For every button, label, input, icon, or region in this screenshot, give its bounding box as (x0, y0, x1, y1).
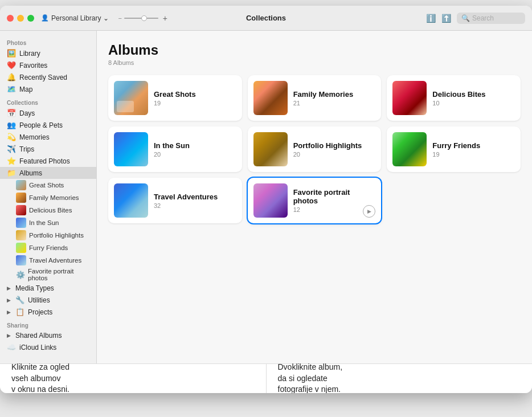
traffic-lights (7, 15, 34, 22)
sidebar-item-label: Favorite portrait photos (28, 268, 89, 281)
projects-icon: 📋 (15, 308, 24, 316)
sidebar-item-label: Projects (28, 308, 52, 316)
album-thumbnail-great-shots (114, 81, 148, 115)
sidebar-item-in-the-sun[interactable]: In the Sun (0, 216, 96, 229)
album-info: Family Memories 21 (293, 90, 376, 107)
sidebar-item-trips[interactable]: ✈️ Trips (0, 143, 96, 155)
sidebar-item-icloud-links[interactable]: ☁️ iCloud Links (0, 341, 96, 353)
sidebar-item-family-memories[interactable]: Family Memories (0, 191, 96, 204)
thumb-overlay (253, 132, 288, 166)
album-name: Family Memories (293, 90, 376, 99)
sidebar-item-label: Travel Adventures (29, 257, 81, 264)
sidebar-item-furry-friends[interactable]: Furry Friends (0, 242, 96, 254)
icloud-icon: ☁️ (7, 343, 16, 351)
plus-icon: + (163, 14, 167, 23)
album-count-badge: 20 (293, 151, 376, 158)
share-icon[interactable]: ⬆️ (441, 14, 451, 23)
person-icon: 👤 (41, 14, 49, 22)
sidebar-item-label: Family Memories (29, 194, 79, 201)
sidebar-item-label: Map (19, 85, 32, 93)
sidebar-item-label: Memories (19, 133, 50, 141)
sidebar-item-featured-photos[interactable]: ⭐ Featured Photos (0, 155, 96, 167)
sidebar-item-recently-saved[interactable]: 🔔 Recently Saved (0, 71, 96, 83)
trips-icon: ✈️ (7, 145, 16, 153)
search-box[interactable]: 🔍 (457, 13, 525, 24)
sidebar-item-label: Recently Saved (19, 73, 67, 81)
sidebar-item-label: iCloud Links (19, 344, 56, 351)
album-card-portfolio-highlights[interactable]: Portfolio Highlights 20 (248, 126, 382, 172)
album-info: In the Sun 20 (154, 141, 236, 158)
album-name: Great Shots (154, 90, 236, 99)
sidebar-item-projects[interactable]: ▶ 📋 Projects (0, 306, 96, 318)
sidebar-item-label: Albums (19, 169, 42, 177)
thumb-overlay (253, 81, 288, 115)
zoom-slider[interactable]: − + (118, 14, 167, 23)
album-card-travel-adventures[interactable]: Travel Adventures 32 (108, 178, 242, 223)
album-thumbnail-portrait (253, 183, 288, 218)
sidebar: Photos 🖼️ Library ❤️ Favorites 🔔 Recentl… (0, 31, 97, 363)
sidebar-item-favorites[interactable]: ❤️ Favorites (0, 59, 96, 71)
maximize-button[interactable] (27, 15, 34, 22)
album-name: Furry Friends (432, 141, 515, 150)
sidebar-item-label: Great Shots (29, 182, 64, 189)
sidebar-item-travel-adventures[interactable]: Travel Adventures (0, 254, 96, 267)
album-card-furry-friends[interactable]: Furry Friends 19 (387, 126, 521, 172)
sub-thumb-delicious (16, 205, 26, 215)
days-icon: 📅 (7, 109, 16, 117)
play-icon[interactable]: ▶ (363, 205, 375, 218)
album-name: Delicious Bites (432, 90, 515, 99)
sidebar-item-library[interactable]: 🖼️ Library (0, 47, 96, 59)
album-card-great-shots[interactable]: Great Shots 19 (108, 75, 242, 121)
close-button[interactable] (7, 15, 14, 22)
library-selector[interactable]: 👤 Personal Library ⌄ (41, 14, 109, 22)
library-label: Personal Library (51, 14, 101, 22)
chevron-icon: ⌄ (103, 14, 109, 22)
favorites-icon: ❤️ (7, 61, 16, 70)
sidebar-item-great-shots[interactable]: Great Shots (0, 179, 96, 191)
expand-arrow-icon: ▶ (7, 333, 11, 338)
people-pets-icon: 👥 (7, 121, 16, 129)
sidebar-item-media-types[interactable]: ▶ Media Types (0, 283, 96, 294)
page-title: Albums (108, 42, 521, 58)
album-card-family-memories[interactable]: Family Memories 21 (248, 75, 382, 121)
slider-track (124, 18, 158, 19)
album-count-badge: 32 (154, 202, 236, 209)
minimize-button[interactable] (17, 15, 24, 22)
library-icon: 🖼️ (7, 49, 16, 58)
sidebar-item-label: Trips (19, 145, 34, 153)
app-window: 👤 Personal Library ⌄ − + Collections ℹ️ … (0, 6, 532, 393)
album-card-in-the-sun[interactable]: In the Sun 20 (108, 126, 242, 172)
album-thumbnail-sun (114, 132, 148, 166)
album-card-delicious-bites[interactable]: Delicious Bites 10 (387, 75, 521, 121)
sidebar-item-label: Featured Photos (19, 157, 70, 165)
album-count: 8 Albums (108, 59, 521, 66)
annotation-area: Kliknite za ogledvseh albumovv oknu na d… (0, 363, 532, 393)
search-input[interactable] (472, 14, 518, 22)
sub-thumb-family (16, 193, 26, 203)
album-count-badge: 10 (432, 100, 515, 107)
sidebar-item-days[interactable]: 📅 Days (0, 107, 96, 119)
sidebar-item-favorite-portrait[interactable]: ⚙️ Favorite portrait photos (0, 267, 96, 283)
album-info: Great Shots 19 (154, 90, 236, 107)
thumb-overlay (253, 183, 288, 218)
sidebar-item-utilities[interactable]: ▶ 🔧 Utilities (0, 294, 96, 306)
main-content: Albums 8 Albums Great Shots 19 (97, 31, 532, 363)
sidebar-item-label: Library (19, 50, 40, 58)
sidebar-item-label: Portfolio Highlights (29, 232, 84, 239)
map-icon: 🗺️ (7, 85, 16, 93)
sidebar-item-map[interactable]: 🗺️ Map (0, 83, 96, 95)
sidebar-item-shared-albums[interactable]: ▶ Shared Albums (0, 330, 96, 341)
sidebar-item-delicious-bites[interactable]: Delicious Bites (0, 204, 96, 216)
album-info: Travel Adventures 32 (154, 193, 236, 209)
sidebar-item-albums[interactable]: 📁 Albums (0, 167, 96, 179)
sidebar-item-portfolio-highlights[interactable]: Portfolio Highlights (0, 229, 96, 242)
sidebar-item-people-pets[interactable]: 👥 People & Pets (0, 119, 96, 131)
app-body: Photos 🖼️ Library ❤️ Favorites 🔔 Recentl… (0, 31, 532, 363)
sidebar-item-memories[interactable]: 💫 Memories (0, 131, 96, 143)
sidebar-item-label: In the Sun (29, 219, 59, 226)
info-icon[interactable]: ℹ️ (426, 14, 436, 23)
album-card-favorite-portrait[interactable]: Favorite portrait photos 12 ▶ (248, 178, 382, 223)
sub-thumb-sun (16, 218, 26, 228)
album-name: In the Sun (154, 141, 236, 150)
album-name: Portfolio Highlights (293, 141, 376, 150)
